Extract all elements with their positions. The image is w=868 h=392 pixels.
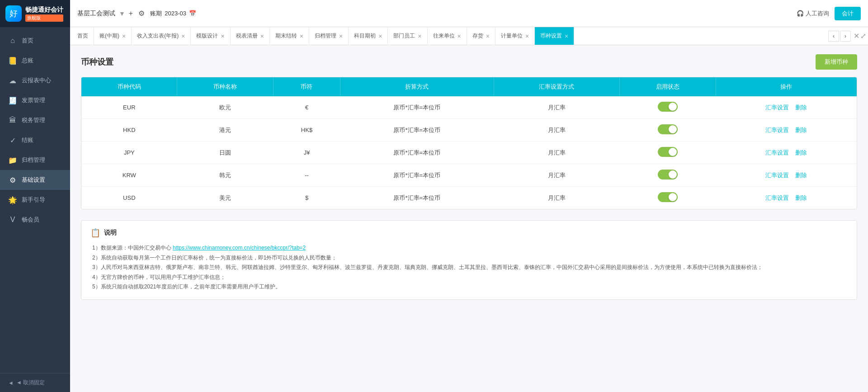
tab-label-unit: 计量单位 <box>501 32 523 40</box>
tab-prev-button[interactable]: ‹ <box>828 31 839 42</box>
sidebar-item-ledger[interactable]: 📒 总账 <box>0 51 70 71</box>
sidebar-nav: ⌂ 首页 📒 总账 ☁ 云报表中心 🧾 发票管理 🏛 税务管理 ✓ 结账 📁 归… <box>0 27 70 373</box>
enabled-toggle-2[interactable] <box>658 147 678 157</box>
tab-label-dept: 部门员工 <box>393 32 415 40</box>
sidebar-label-settings: 基础设置 <box>22 176 45 184</box>
sidebar-item-invoice[interactable]: 🧾 发票管理 <box>0 90 70 110</box>
enabled-toggle-4[interactable] <box>658 192 678 202</box>
tab-tax[interactable]: 税表清册× <box>231 27 270 45</box>
delete-link-4[interactable]: 删除 <box>795 194 807 201</box>
note-item: 4）无官方牌价的币种，可以用用户手工维护汇率信息； <box>90 273 848 283</box>
enabled-toggle-0[interactable] <box>658 102 678 112</box>
tab-close-archive[interactable]: × <box>339 33 343 39</box>
table-row: EUR欧元€原币*汇率=本位币月汇率 汇率设置 删除 <box>81 96 857 119</box>
tab-period_end[interactable]: 期末结转× <box>270 27 309 45</box>
settings-button[interactable]: ⚙ <box>138 9 145 18</box>
tab-close-dept[interactable]: × <box>418 33 421 39</box>
cell-code: EUR <box>81 96 177 119</box>
sidebar-item-home[interactable]: ⌂ 首页 <box>0 31 70 51</box>
tab-close-template[interactable]: × <box>221 33 224 39</box>
cell-calc-method: 原币*汇率=本位币 <box>340 119 494 142</box>
cell-name: 港元 <box>177 119 274 142</box>
service-button[interactable]: 🎧 人工咨询 <box>797 9 829 18</box>
cell-rate-method: 月汇率 <box>494 119 619 142</box>
reports-icon: ☁ <box>8 76 17 85</box>
toggle-track <box>658 147 678 157</box>
company-selector[interactable]: 基层工会测试 ▼ <box>77 9 125 18</box>
period-value: 2023-03 <box>165 10 186 17</box>
content-area: 币种设置 新增币种 币种代码币种名称币符折算方式汇率设置方式启用状态操作 EUR… <box>70 45 868 392</box>
sidebar-pin-toggle[interactable]: ◄ ◄ 取消固定 <box>0 373 70 392</box>
tab-label-home: 首页 <box>77 32 88 40</box>
tab-template[interactable]: 模版设计× <box>191 27 230 45</box>
tab-close-balance[interactable]: × <box>122 33 126 39</box>
tab-close-subjects[interactable]: × <box>378 33 382 39</box>
tab-currency[interactable]: 币种设置× <box>535 27 574 45</box>
table-col-启用状态: 启用状态 <box>619 77 716 96</box>
sidebar-item-reports[interactable]: ☁ 云报表中心 <box>0 71 70 90</box>
cell-name: 韩元 <box>177 164 274 187</box>
sidebar-item-member[interactable]: V 畅会员 <box>0 210 70 230</box>
sidebar-item-checkout[interactable]: ✓ 结账 <box>0 130 70 150</box>
delete-link-0[interactable]: 删除 <box>795 104 807 111</box>
enabled-toggle-1[interactable] <box>658 124 678 134</box>
tab-next-button[interactable]: › <box>840 31 851 42</box>
sidebar: 好 畅捷通好会计 旗舰版 ⌂ 首页 📒 总账 ☁ 云报表中心 🧾 发票管理 🏛 … <box>0 0 70 392</box>
tax-icon: 🏛 <box>8 116 17 125</box>
table-col-折算方式: 折算方式 <box>340 77 494 96</box>
tab-unit[interactable]: 计量单位× <box>495 27 535 45</box>
tab-income[interactable]: 收入支出表(年报)× <box>132 27 191 45</box>
tab-dept[interactable]: 部门员工× <box>388 27 427 45</box>
sidebar-item-tax[interactable]: 🏛 税务管理 <box>0 110 70 130</box>
rate-settings-link-1[interactable]: 汇率设置 <box>765 127 789 133</box>
close-all-tabs-button[interactable]: ✕ <box>854 32 859 40</box>
tab-label-inventory: 存货 <box>472 32 483 40</box>
rate-settings-link-4[interactable]: 汇率设置 <box>765 194 789 201</box>
tab-balance[interactable]: 账(中期)× <box>94 27 132 45</box>
sidebar-label-ledger: 总账 <box>22 57 33 65</box>
rate-settings-link-2[interactable]: 汇率设置 <box>765 149 789 156</box>
tab-home[interactable]: 首页 <box>72 27 94 45</box>
cell-enabled <box>619 164 716 187</box>
cell-rate-method: 月汇率 <box>494 142 619 164</box>
tab-close-partners[interactable]: × <box>458 33 461 39</box>
sidebar-item-settings[interactable]: ⚙ 基础设置 <box>0 170 70 190</box>
tab-close-inventory[interactable]: × <box>486 33 490 39</box>
app-logo-icon: 好 <box>5 5 22 22</box>
app-edition: 旗舰版 <box>25 14 63 22</box>
delete-link-1[interactable]: 删除 <box>795 127 807 133</box>
tab-close-unit[interactable]: × <box>525 33 529 39</box>
cell-calc-method: 原币*汇率=本位币 <box>340 187 494 209</box>
cell-code: JPY <box>81 142 177 164</box>
cell-code: HKD <box>81 119 177 142</box>
calendar-icon[interactable]: 📅 <box>189 10 196 17</box>
delete-link-2[interactable]: 删除 <box>795 149 807 156</box>
tab-partners[interactable]: 往来单位× <box>428 27 467 45</box>
enabled-toggle-3[interactable] <box>658 170 678 179</box>
tab-inventory[interactable]: 存货× <box>467 27 495 45</box>
table-body: EUR欧元€原币*汇率=本位币月汇率 汇率设置 删除 HKD港元HK$原币*汇率… <box>81 96 857 209</box>
account-button[interactable]: 会计 <box>835 7 861 20</box>
tab-close-currency[interactable]: × <box>565 33 568 39</box>
new-currency-button[interactable]: 新增币种 <box>816 54 857 70</box>
delete-link-3[interactable]: 删除 <box>795 172 807 179</box>
tab-subjects[interactable]: 科目期初× <box>349 27 388 45</box>
cell-rate-method: 月汇率 <box>494 96 619 119</box>
tab-close-income[interactable]: × <box>181 33 185 39</box>
sidebar-item-guide[interactable]: 🌟 新手引导 <box>0 190 70 210</box>
cell-calc-method: 原币*汇率=本位币 <box>340 164 494 187</box>
tab-archive[interactable]: 归档管理× <box>309 27 349 45</box>
sidebar-label-member: 畅会员 <box>22 216 39 224</box>
rate-settings-link-0[interactable]: 汇率设置 <box>765 104 789 111</box>
rate-settings-link-3[interactable]: 汇率设置 <box>765 172 789 179</box>
checkout-icon: ✓ <box>8 136 17 145</box>
tab-close-tax[interactable]: × <box>260 33 264 39</box>
currency-table: 币种代码币种名称币符折算方式汇率设置方式启用状态操作 EUR欧元€原币*汇率=本… <box>81 77 857 209</box>
cell-actions: 汇率设置 删除 <box>716 187 857 209</box>
sidebar-item-archive[interactable]: 📁 归档管理 <box>0 150 70 170</box>
add-tab-button[interactable]: + <box>129 9 133 18</box>
expand-button[interactable]: ⤢ <box>860 32 866 40</box>
home-icon: ⌂ <box>8 36 17 45</box>
notes-link[interactable]: https://www.chinamoney.com.cn/chinese/bk… <box>173 245 306 251</box>
tab-close-period_end[interactable]: × <box>300 33 303 39</box>
